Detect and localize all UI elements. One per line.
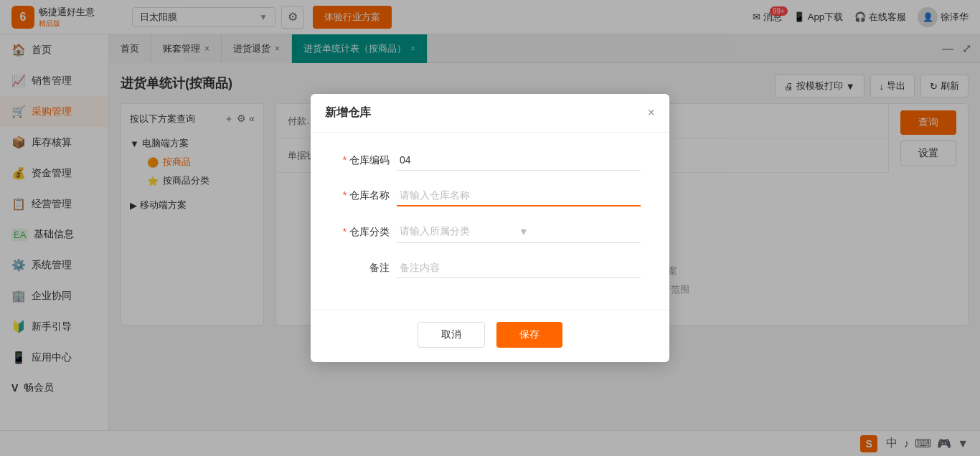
form-row-note: 备注 (339, 257, 641, 278)
note-label: 备注 (339, 262, 397, 275)
category-select[interactable]: 请输入所属分类 ▼ (397, 221, 641, 243)
code-input[interactable] (397, 150, 641, 171)
save-button[interactable]: 保存 (496, 322, 562, 348)
category-dropdown-arrow: ▼ (519, 226, 638, 237)
form-row-name: 仓库名称 (339, 185, 641, 206)
code-label: 仓库编码 (339, 154, 397, 167)
modal-title: 新增仓库 (325, 105, 371, 120)
name-label: 仓库名称 (339, 189, 397, 202)
modal-overlay: 新增仓库 × 仓库编码 仓库名称 仓库分类 请输入所属分类 ▼ (0, 0, 980, 456)
modal-close-button[interactable]: × (647, 105, 655, 120)
cancel-button[interactable]: 取消 (418, 322, 485, 348)
modal-add-warehouse: 新增仓库 × 仓库编码 仓库名称 仓库分类 请输入所属分类 ▼ (311, 94, 669, 362)
modal-header: 新增仓库 × (311, 94, 669, 133)
form-row-code: 仓库编码 (339, 150, 641, 171)
category-label: 仓库分类 (339, 226, 397, 239)
modal-footer: 取消 保存 (311, 310, 669, 362)
note-input[interactable] (397, 257, 641, 278)
form-row-category: 仓库分类 请输入所属分类 ▼ (339, 221, 641, 243)
category-placeholder: 请输入所属分类 (400, 225, 519, 238)
name-input[interactable] (397, 185, 641, 206)
modal-body: 仓库编码 仓库名称 仓库分类 请输入所属分类 ▼ 备注 (311, 133, 669, 310)
